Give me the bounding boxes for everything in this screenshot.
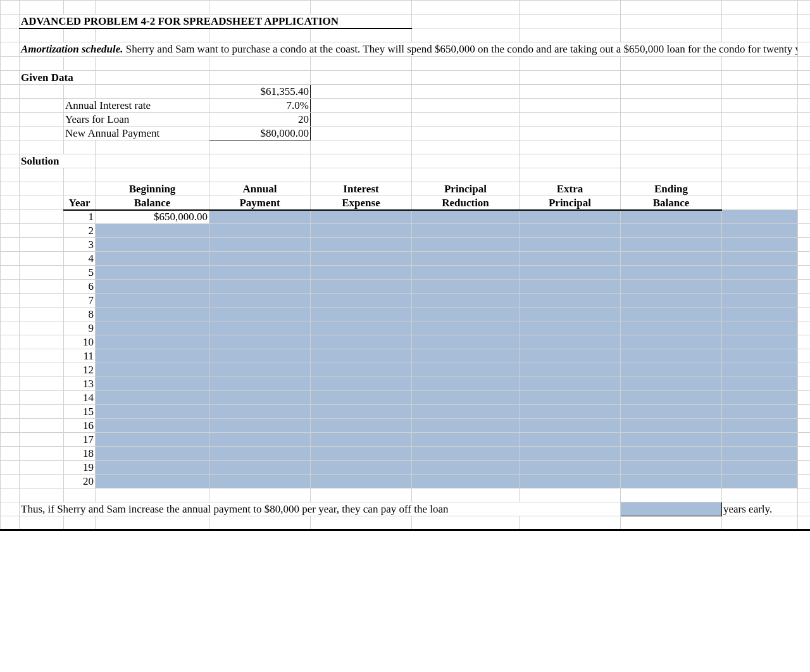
col-interest-1: Interest: [311, 182, 412, 196]
problem-text: Amortization schedule. Sherry and Sam wa…: [20, 42, 798, 57]
year-cell[interactable]: 12: [64, 363, 96, 377]
label-years: Years for Loan: [64, 113, 209, 127]
col-ending-2: Balance: [621, 196, 722, 210]
masked-cell[interactable]: [722, 210, 798, 224]
cell-annual-payment[interactable]: $61,355.40: [209, 85, 311, 99]
col-extra-2: Principal: [520, 196, 621, 210]
col-beginning-2: Balance: [96, 196, 209, 210]
col-interest-2: Expense: [311, 196, 412, 210]
masked-cell[interactable]: [311, 210, 412, 224]
masked-cell[interactable]: [621, 210, 722, 224]
year-cell[interactable]: 2: [64, 224, 96, 238]
page-title: ADVANCED PROBLEM 4-2 FOR SPREADSHEET APP…: [20, 15, 412, 28]
col-principal-2: Reduction: [412, 196, 520, 210]
col-year: Year: [64, 196, 96, 210]
masked-cell[interactable]: [209, 210, 311, 224]
masked-cell[interactable]: [96, 224, 209, 238]
year-cell[interactable]: 4: [64, 252, 96, 266]
label-interest-rate: Annual Interest rate: [64, 99, 209, 113]
year-cell[interactable]: 11: [64, 349, 96, 363]
given-data-heading: Given Data: [20, 71, 96, 85]
col-beginning-1: Beginning: [96, 182, 209, 196]
cell-years[interactable]: 20: [209, 113, 311, 127]
col-principal-1: Principal: [412, 182, 520, 196]
col-annual-2: Payment: [209, 196, 311, 210]
year-cell[interactable]: 19: [64, 461, 96, 475]
label-new-payment: New Annual Payment: [64, 127, 209, 140]
problem-body: Sherry and Sam want to purchase a condo …: [123, 43, 798, 55]
year-cell[interactable]: 13: [64, 377, 96, 391]
col-extra-1: Extra: [520, 182, 621, 196]
year-cell[interactable]: 9: [64, 321, 96, 335]
year-cell[interactable]: 6: [64, 280, 96, 294]
year-cell[interactable]: 16: [64, 419, 96, 433]
year-cell[interactable]: 7: [64, 294, 96, 308]
year-cell[interactable]: 1: [64, 210, 96, 224]
year-cell[interactable]: 3: [64, 238, 96, 252]
year-cell[interactable]: 15: [64, 405, 96, 419]
cell-interest-rate[interactable]: 7.0%: [209, 99, 311, 113]
problem-leadin: Amortization schedule.: [21, 43, 123, 55]
masked-cell[interactable]: [412, 210, 520, 224]
year-cell[interactable]: 10: [64, 335, 96, 349]
conclusion-post: years early.: [722, 502, 798, 516]
conclusion-pre: Thus, if Sherry and Sam increase the ann…: [20, 502, 621, 516]
year-cell[interactable]: 18: [64, 447, 96, 461]
col-ending-1: Ending: [621, 182, 722, 196]
spreadsheet-grid[interactable]: ADVANCED PROBLEM 4-2 FOR SPREADSHEET APP…: [0, 0, 810, 531]
answer-cell[interactable]: [621, 502, 722, 516]
year-cell[interactable]: 20: [64, 475, 96, 488]
year-cell[interactable]: 14: [64, 391, 96, 405]
year-cell[interactable]: 8: [64, 308, 96, 321]
solution-heading: Solution: [20, 154, 96, 168]
year-cell[interactable]: 5: [64, 266, 96, 280]
masked-cell[interactable]: [520, 210, 621, 224]
col-annual-1: Annual: [209, 182, 311, 196]
cell-new-payment[interactable]: $80,000.00: [209, 127, 311, 140]
cell-begin-balance-1[interactable]: $650,000.00: [96, 210, 209, 224]
year-cell[interactable]: 17: [64, 433, 96, 447]
